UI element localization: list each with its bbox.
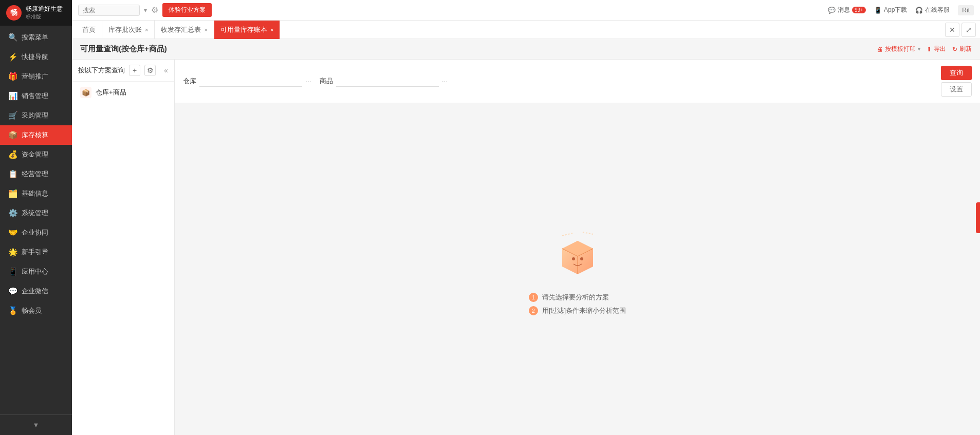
sidebar-item-quicknav[interactable]: ⚡ 快捷导航 (0, 47, 72, 67)
sidebar-item-marketing[interactable]: 🎁 营销推广 (0, 67, 72, 86)
product-label: 商品 (320, 77, 333, 86)
sidebar-label-purchase: 采购管理 (22, 111, 48, 120)
sidebar-icon-operations: 📋 (8, 169, 17, 179)
tab-home[interactable]: 首页 (76, 21, 102, 39)
filter-header-left: 按以下方案查询 + ⚙ (78, 65, 156, 76)
sidebar-icon-enterprise: 🤝 (8, 228, 17, 237)
svg-line-7 (562, 233, 572, 236)
sidebar-label-guide: 新手引导 (22, 248, 48, 257)
filter-header-label: 按以下方案查询 (78, 66, 125, 75)
sidebar-icon-guide: 🌟 (8, 248, 17, 257)
warehouse-input[interactable] (199, 75, 302, 87)
sidebar-item-inventory[interactable]: 📦 库存核算 (0, 125, 72, 145)
tabs-expand-button[interactable]: ⤢ (961, 23, 976, 37)
empty-hint-1: 1 请先选择要分析的方案 (529, 293, 626, 302)
sidebar-label-enterprise: 企业协同 (22, 228, 48, 237)
warehouse-more-icon[interactable]: ··· (305, 77, 311, 85)
topbar-user[interactable]: Rit (958, 5, 974, 15)
filter-settings-button[interactable]: ⚙ (144, 65, 156, 76)
tab-recv-summary-close[interactable]: × (204, 27, 207, 33)
empty-illustration (547, 223, 608, 285)
sidebar-logo: 畅 (6, 5, 22, 21)
topbar: ▾ ⚙ 体验行业方案 💬 消息 99+ 📱 App下载 🎧 在线客服 Rit (72, 0, 980, 21)
sidebar-icon-finance: 💰 (8, 150, 17, 159)
sidebar-item-sales[interactable]: 📊 销售管理 (0, 86, 72, 106)
sidebar-item-system[interactable]: ⚙️ 系统管理 (0, 203, 72, 223)
sidebar-item-purchase[interactable]: 🛒 采购管理 (0, 106, 72, 125)
sidebar-icon-sales: 📊 (8, 91, 17, 101)
sidebar-item-enterprise[interactable]: 🤝 企业协同 (0, 223, 72, 242)
sidebar-scroll-down[interactable]: ▼ (0, 419, 72, 431)
sidebar: 畅 畅康通好生意 标准版 🔍 搜索菜单 ⚡ 快捷导航 🎁 营销推广 📊 销售管理… (0, 0, 72, 435)
query-settings-button[interactable]: 设置 (941, 82, 972, 97)
service-label: 在线客服 (925, 6, 950, 14)
tab-available-ledger[interactable]: 可用量库存账本 × (214, 21, 280, 39)
topbar-online-service[interactable]: 🎧 在线客服 (915, 6, 950, 14)
hint-text-1: 请先选择要分析的方案 (542, 293, 609, 302)
topbar-industry-button[interactable]: 体验行业方案 (162, 3, 212, 17)
refresh-button[interactable]: ↻ 刷新 (952, 45, 972, 53)
message-label: 消息 (838, 6, 850, 14)
sidebar-title-group: 畅康通好生意 标准版 (26, 5, 63, 21)
tab-batch-account-close[interactable]: × (145, 27, 148, 33)
sidebar-header: 畅 畅康通好生意 标准版 (0, 0, 72, 26)
content-area: 按以下方案查询 + ⚙ « 📦 仓库+商品 仓库 ··· 商品 (72, 60, 980, 435)
sidebar-item-basic[interactable]: 🗂️ 基础信息 (0, 184, 72, 203)
topbar-search-input[interactable] (78, 5, 140, 16)
query-button[interactable]: 查询 (941, 66, 972, 80)
filter-add-button[interactable]: + (129, 65, 140, 76)
sidebar-icon-system: ⚙️ (8, 209, 17, 218)
topbar-app-download[interactable]: 📱 App下载 (874, 6, 907, 14)
message-icon: 💬 (828, 7, 836, 14)
page-title: 可用量查询(按仓库+商品) (80, 44, 167, 54)
query-fields: 仓库 ··· 商品 ··· 查询 设置 (175, 60, 980, 103)
sidebar-item-guide[interactable]: 🌟 新手引导 (0, 242, 72, 262)
sidebar-item-appcenter[interactable]: 📱 应用中心 (0, 262, 72, 281)
sidebar-label-wechat: 企业微信 (22, 287, 48, 296)
topbar-gear-icon[interactable]: ⚙ (151, 5, 158, 15)
sidebar-label-system: 系统管理 (22, 209, 48, 218)
tab-available-ledger-close[interactable]: × (270, 27, 273, 33)
export-button[interactable]: ⬆ 导出 (927, 45, 946, 53)
print-template-button[interactable]: 🖨 按模板打印 ▾ (877, 45, 920, 53)
sidebar-icon-wechat: 💬 (8, 287, 17, 296)
filter-sidebar: 按以下方案查询 + ⚙ « 📦 仓库+商品 (72, 60, 175, 435)
sidebar-item-member[interactable]: 🏅 畅会员 (0, 301, 72, 320)
tabs-bar: 首页 库存批次账 × 收发存汇总表 × 可用量库存账本 × ✕ ⤢ (72, 21, 980, 39)
sidebar-label-inventory: 库存核算 (22, 130, 48, 140)
tab-available-ledger-label: 可用量库存账本 (220, 25, 267, 34)
product-input[interactable] (336, 75, 439, 87)
message-badge: 99+ (852, 7, 866, 13)
export-label: 导出 (934, 45, 946, 53)
sidebar-item-finance[interactable]: 💰 资金管理 (0, 145, 72, 164)
print-icon: 🖨 (877, 46, 883, 53)
service-icon: 🎧 (915, 7, 923, 14)
tab-recv-summary[interactable]: 收发存汇总表 × (155, 21, 214, 39)
sidebar-subtitle: 标准版 (26, 13, 63, 21)
filter-item-warehouse-product[interactable]: 📦 仓库+商品 (72, 82, 174, 103)
sidebar-item-operations[interactable]: 📋 经营管理 (0, 164, 72, 184)
sidebar-icon-quicknav: ⚡ (8, 52, 17, 62)
sidebar-item-wechat[interactable]: 💬 企业微信 (0, 281, 72, 301)
svg-point-6 (580, 257, 583, 260)
sidebar-label-quicknav: 快捷导航 (22, 52, 48, 62)
sidebar-label-basic: 基础信息 (22, 189, 48, 198)
main-content: ▾ ⚙ 体验行业方案 💬 消息 99+ 📱 App下载 🎧 在线客服 Rit 首… (72, 0, 980, 435)
tabs-close-all-button[interactable]: ✕ (945, 23, 959, 37)
sidebar-label-operations: 经营管理 (22, 169, 48, 179)
right-scroll-indicator (976, 202, 980, 233)
sidebar-item-search[interactable]: 🔍 搜索菜单 (0, 28, 72, 47)
topbar-chevron-icon[interactable]: ▾ (144, 7, 147, 14)
app-icon: 📱 (874, 7, 882, 14)
tab-batch-account[interactable]: 库存批次账 × (102, 21, 155, 39)
product-field-group: 商品 ··· (320, 75, 448, 87)
page-actions: 🖨 按模板打印 ▾ ⬆ 导出 ↻ 刷新 (877, 45, 972, 53)
hint-num-1: 1 (529, 293, 538, 302)
topbar-message[interactable]: 💬 消息 99+ (828, 6, 866, 14)
hint-num-2: 2 (529, 306, 538, 315)
sidebar-icon-purchase: 🛒 (8, 111, 17, 120)
app-label: App下载 (884, 6, 907, 14)
filter-collapse-icon[interactable]: « (164, 66, 168, 74)
sidebar-icon-basic: 🗂️ (8, 189, 17, 198)
product-more-icon[interactable]: ··· (442, 77, 448, 85)
